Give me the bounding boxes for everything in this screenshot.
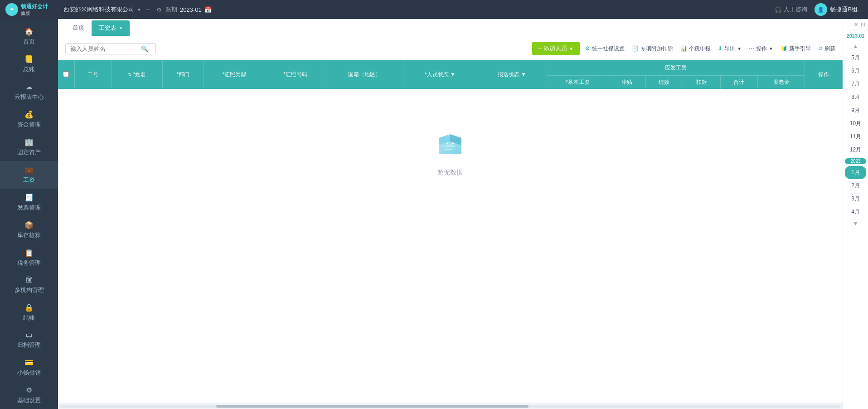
sidebar-item-tax[interactable]: 📋 税务管理 [0, 244, 58, 272]
sidebar-item-label: 库存核算 [17, 231, 41, 239]
checkbox-header[interactable] [58, 60, 74, 89]
sidebar-item-cloud-report[interactable]: ☁ 云报表中心 [0, 78, 58, 106]
sidebar-item-label: 资金管理 [17, 121, 41, 129]
month-item-12[interactable]: 12月 [843, 143, 868, 156]
sidebar-item-salary[interactable]: 💼 工资 [0, 161, 58, 189]
month-item-5[interactable]: 5月 [843, 51, 868, 64]
panel-expand-button[interactable]: ⊡ [861, 21, 865, 28]
sidebar-item-label: 总账 [23, 65, 35, 73]
add-icon[interactable]: ＋ [145, 5, 151, 14]
income-tax-action[interactable]: 📊 个税申报 [680, 45, 711, 53]
settings-icon[interactable]: ⚙ [156, 6, 162, 13]
scroll-up-button[interactable]: ▲ [843, 41, 868, 51]
col-pension: 养老金 [757, 76, 805, 89]
assets-icon: 🏢 [24, 138, 34, 146]
user-badge[interactable]: 👤 畅捷通B组... [815, 3, 863, 16]
month-item-7[interactable]: 7月 [843, 78, 868, 91]
company-selector[interactable]: 西安虾米网络科技有限公司 ▼ [63, 5, 141, 14]
add-person-button[interactable]: + 添加人员 ▼ [532, 42, 580, 55]
calendar-icon[interactable]: 📅 [204, 6, 212, 13]
headset-icon: 🎧 [775, 6, 782, 13]
expenses-icon: 💳 [24, 358, 34, 367]
month-item-3[interactable]: 3月 [843, 192, 868, 205]
sidebar-item-closing[interactable]: 🔒 结账 [0, 299, 58, 326]
panel-close-button[interactable]: ✕ [853, 21, 859, 28]
sidebar-item-settings[interactable]: ⚙ 基础设置 [0, 381, 58, 409]
sidebar-item-expenses[interactable]: 💳 小畅报销 [0, 354, 58, 381]
select-all-checkbox[interactable] [63, 71, 69, 77]
social-settings-action[interactable]: ⚙ 统一社保设置 [585, 45, 625, 53]
sidebar-item-funds[interactable]: 💰 资金管理 [0, 106, 58, 133]
month-item-9[interactable]: 9月 [843, 104, 868, 117]
tab-home[interactable]: 首页 [65, 20, 92, 36]
col-status: *人员状态 ▼ [403, 60, 477, 89]
toolbar: 🔍 + 添加人员 ▼ ⚙ 统一社保设置 📑 专项附加扣除 📊 个税 [58, 37, 843, 60]
sidebar-item-home[interactable]: 🏠 首页 [0, 23, 58, 50]
sidebar-item-inventory[interactable]: 📦 库存核算 [0, 216, 58, 244]
header-icons: ＋ ⚙ [145, 5, 162, 14]
month-item-10[interactable]: 10月 [843, 117, 868, 130]
toolbar-actions: ⚙ 统一社保设置 📑 专项附加扣除 📊 个税申报 ⬇ 导出 ▼ ⋯ [585, 45, 835, 53]
sidebar-item-label: 结账 [23, 314, 35, 322]
support-button[interactable]: 🎧 人工咨询 [775, 5, 807, 14]
scroll-area[interactable] [58, 403, 843, 409]
sidebar-item-ledger[interactable]: 📒 总账 [0, 50, 58, 78]
salary-icon: 💼 [24, 166, 34, 174]
operations-icon: ⋯ [749, 45, 754, 52]
guide-action[interactable]: 🔰 新手引导 [781, 45, 811, 53]
search-input[interactable] [70, 45, 138, 52]
sidebar-item-label: 多机构管理 [15, 286, 44, 294]
sidebar-item-label: 归档管理 [17, 341, 41, 349]
sidebar-item-archive[interactable]: 🗂 归档管理 [0, 326, 58, 354]
chevron-down-icon: ▼ [769, 46, 773, 51]
month-item-2[interactable]: 2月 [843, 179, 868, 192]
tax-icon: 📋 [24, 248, 34, 257]
operations-action[interactable]: ⋯ 操作 ▼ [749, 45, 773, 53]
sidebar-item-label: 基础设置 [17, 396, 41, 404]
empty-state: 暂无数据 [58, 89, 843, 213]
filter-icon[interactable]: ▼ [450, 71, 456, 78]
company-name: 西安虾米网络科技有限公司 [63, 5, 134, 14]
scroll-down-button[interactable]: ▼ [843, 219, 868, 229]
sidebar-item-assets[interactable]: 🏢 固定资产 [0, 133, 58, 161]
scroll-thumb[interactable] [216, 405, 529, 408]
home-icon: 🏠 [24, 27, 34, 36]
funds-icon: 💰 [24, 110, 34, 119]
month-item-8[interactable]: 8月 [843, 91, 868, 104]
chevron-down-icon: ▼ [137, 7, 141, 12]
empty-icon [432, 125, 468, 161]
scroll-track[interactable] [60, 405, 841, 408]
sidebar: 🏠 首页 📒 总账 ☁ 云报表中心 💰 资金管理 🏢 固定资产 💼 工资 🧾 发… [0, 19, 58, 409]
main-layout: 🏠 首页 📒 总账 ☁ 云报表中心 💰 资金管理 🏢 固定资产 💼 工资 🧾 发… [0, 19, 868, 409]
sidebar-item-multi-org[interactable]: 🏛 多机构管理 [0, 272, 58, 299]
refresh-action[interactable]: ↺ 刷新 [818, 45, 835, 53]
closing-icon: 🔒 [24, 303, 34, 312]
user-avatar: 👤 [815, 3, 827, 16]
sidebar-item-label: 云报表中心 [15, 93, 44, 101]
col-deduction: 扣款 [683, 76, 720, 89]
month-item-1[interactable]: 1月 [845, 166, 866, 179]
tax-deduct-action[interactable]: 📑 专项附加扣除 [632, 45, 673, 53]
logo-icon: ✦ [5, 3, 18, 16]
month-item-11[interactable]: 11月 [843, 130, 868, 143]
month-item-6[interactable]: 6月 [843, 64, 868, 78]
col-total: 合计 [720, 76, 757, 89]
col-id-num: *证照号码 [265, 60, 326, 89]
tab-close-icon[interactable]: × [119, 25, 122, 31]
col-ops: 操作 [805, 60, 843, 89]
export-action[interactable]: ⬇ 导出 ▼ [718, 45, 742, 53]
tab-salary[interactable]: 工资表 × [92, 20, 130, 36]
sidebar-item-label: 发票管理 [17, 204, 41, 212]
filter-icon[interactable]: ▼ [521, 71, 526, 78]
sort-icon[interactable]: ⇅ [128, 73, 131, 77]
col-allowance: 津贴 [608, 76, 645, 89]
sidebar-item-label: 首页 [23, 38, 35, 46]
chevron-down-icon: ▼ [569, 46, 573, 51]
app-sub: 旗版 [21, 10, 48, 17]
sidebar-item-invoice[interactable]: 🧾 发票管理 [0, 189, 58, 216]
col-nationality: 国籍（地区） [326, 60, 403, 89]
col-base-salary: *基本工资 [547, 76, 608, 89]
search-box[interactable]: 🔍 [65, 43, 156, 54]
month-item-4[interactable]: 4月 [843, 205, 868, 219]
sidebar-item-label: 固定资产 [17, 148, 41, 156]
